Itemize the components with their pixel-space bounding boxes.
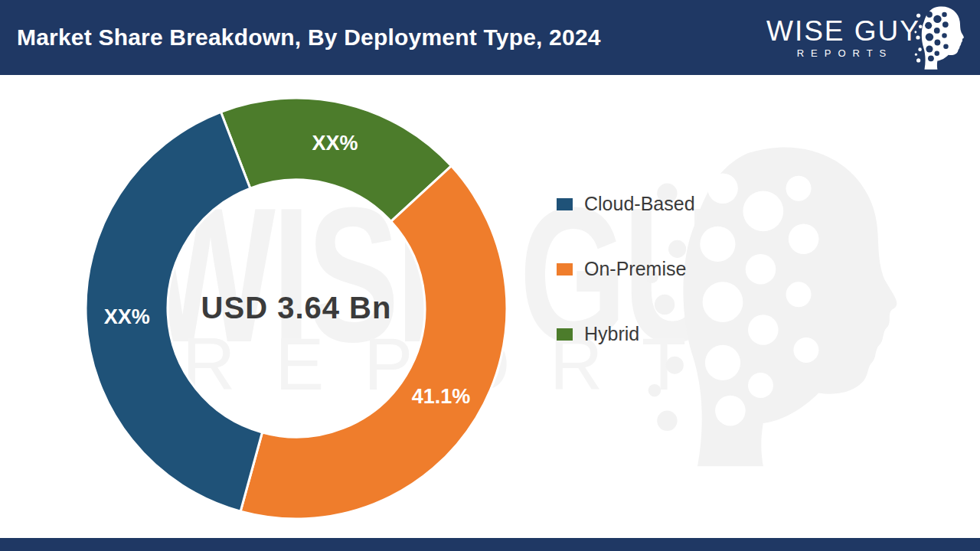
legend-item-cloud-based: Cloud-Based [557, 193, 695, 215]
header-bar: Market Share Breakdown, By Deployment Ty… [0, 0, 980, 75]
legend-label: Hybrid [584, 323, 639, 345]
segment-on-premise [240, 166, 507, 519]
segment-label-on-premise: 41.1% [412, 385, 471, 408]
chart-legend: Cloud-BasedOn-PremiseHybrid [557, 193, 695, 388]
legend-swatch [557, 328, 573, 341]
legend-swatch [557, 198, 573, 210]
segment-label-cloud-based: XX% [104, 305, 150, 328]
segment-label-hybrid: XX% [312, 132, 358, 155]
legend-label: On-Premise [584, 258, 686, 280]
logo-wordmark: WISE GUY [766, 16, 920, 47]
footer-bar [0, 538, 980, 551]
legend-item-hybrid: Hybrid [557, 323, 695, 345]
center-value: USD 3.64 Bn [201, 291, 392, 324]
legend-swatch [557, 263, 573, 276]
donut-chart: XX%41.1%XX% USD 3.64 Bn [84, 96, 508, 520]
logo-text: WISE GUY REPORTS [766, 16, 920, 60]
page: Market Share Breakdown, By Deployment Ty… [0, 0, 980, 551]
legend-item-on-premise: On-Premise [557, 258, 695, 280]
logo: WISE GUY REPORTS [766, 5, 968, 70]
logo-face-icon [911, 5, 968, 70]
logo-subtitle: REPORTS [794, 47, 893, 59]
legend-label: Cloud-Based [584, 193, 695, 215]
page-title: Market Share Breakdown, By Deployment Ty… [0, 24, 601, 51]
